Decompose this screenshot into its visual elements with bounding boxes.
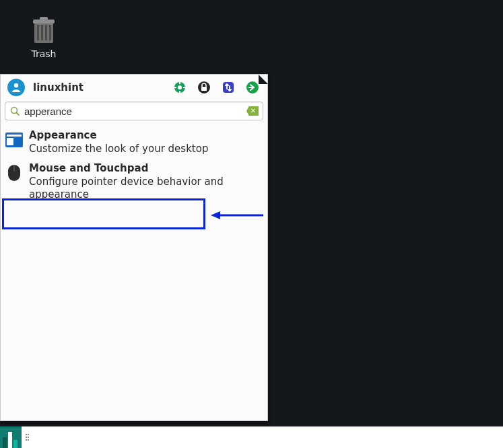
close-icon: ✕	[249, 108, 256, 114]
svg-rect-13	[183, 87, 186, 88]
trash-icon	[30, 16, 57, 46]
svg-rect-29	[8, 432, 12, 448]
result-title: Appearance	[29, 129, 262, 143]
svg-rect-10	[179, 81, 180, 84]
search-icon	[9, 106, 20, 116]
appearance-icon	[5, 130, 24, 149]
svg-rect-3	[45, 25, 47, 40]
search-results: Appearance Customize the look of your de…	[1, 124, 267, 205]
username-label: linuxhint	[30, 81, 164, 94]
svg-line-20	[17, 113, 20, 116]
mouse-icon	[5, 163, 24, 182]
lock-button[interactable]	[196, 79, 212, 96]
svg-point-9	[178, 85, 182, 89]
person-icon	[11, 82, 22, 93]
result-mouse-touchpad[interactable]: Mouse and Touchpad Configure pointer dev…	[1, 159, 267, 205]
desktop-icon-trash[interactable]: Trash	[20, 16, 67, 59]
annotation-arrow-icon	[211, 209, 265, 221]
svg-rect-23	[7, 138, 13, 145]
result-desc: Configure pointer device behavior and ap…	[29, 176, 262, 202]
taskbar	[0, 426, 503, 448]
switch-icon	[222, 81, 235, 94]
settings-button[interactable]	[172, 79, 188, 96]
switch-user-button[interactable]	[220, 79, 236, 96]
svg-rect-2	[41, 25, 43, 40]
taskbar-handle[interactable]	[26, 434, 27, 441]
start-button[interactable]	[0, 426, 22, 448]
menu-corner-notch	[259, 75, 268, 84]
svg-rect-16	[223, 82, 234, 93]
application-menu: linuxhint	[0, 74, 268, 421]
clear-search-button[interactable]: ✕	[246, 106, 259, 116]
svg-rect-28	[3, 437, 7, 448]
menu-header: linuxhint	[1, 75, 267, 100]
svg-marker-27	[211, 211, 220, 219]
lock-icon	[197, 81, 211, 94]
svg-point-7	[14, 83, 18, 87]
start-logo-icon	[1, 431, 20, 448]
search-box[interactable]: ✕	[5, 102, 263, 120]
result-desc: Customize the look of your desktop	[29, 143, 262, 156]
search-input[interactable]	[24, 106, 246, 117]
search-row: ✕	[1, 100, 267, 124]
desktop: Trash linuxhint	[0, 0, 503, 448]
logout-icon	[246, 81, 259, 94]
svg-rect-30	[13, 440, 18, 448]
gear-icon	[173, 81, 187, 94]
svg-rect-11	[179, 91, 180, 94]
trash-label: Trash	[20, 48, 67, 59]
svg-rect-6	[40, 17, 48, 20]
user-avatar-icon[interactable]	[7, 79, 25, 96]
svg-rect-12	[174, 87, 176, 88]
svg-rect-22	[7, 135, 22, 137]
svg-rect-15	[201, 87, 207, 91]
svg-rect-4	[49, 25, 51, 40]
result-title: Mouse and Touchpad	[29, 162, 262, 176]
result-appearance[interactable]: Appearance Customize the look of your de…	[1, 126, 267, 159]
svg-rect-1	[37, 25, 39, 40]
